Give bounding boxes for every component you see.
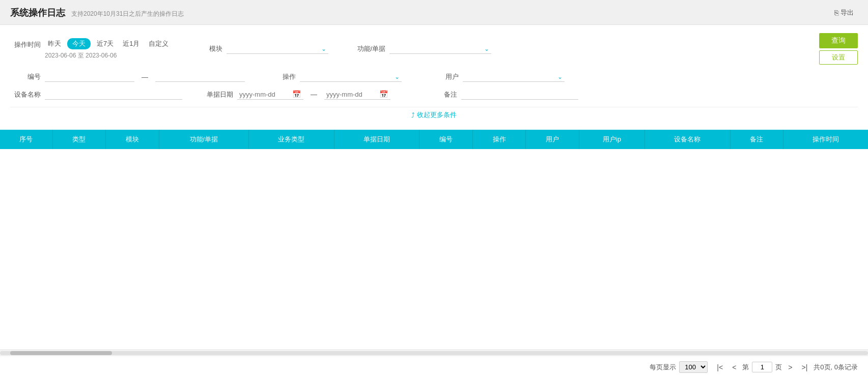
user-dropdown-icon: ⌄ — [557, 73, 563, 80]
query-button[interactable]: 查询 — [819, 33, 858, 48]
col-user-ip: 用户ip — [579, 130, 645, 149]
first-page-button[interactable]: |< — [714, 362, 726, 372]
per-page-select[interactable]: 100 50 200 — [679, 361, 708, 373]
next-page-button[interactable]: > — [785, 362, 795, 372]
time-btn-7days[interactable]: 近7天 — [94, 38, 117, 49]
number-from-input[interactable] — [45, 72, 134, 82]
operation-select[interactable]: ⌄ — [300, 72, 402, 82]
table-empty — [0, 149, 868, 342]
func-dropdown-icon: ⌄ — [484, 45, 489, 52]
operation-dropdown-icon: ⌄ — [395, 73, 400, 80]
col-remark: 备注 — [730, 130, 783, 149]
scrollbar-thumb[interactable] — [10, 351, 112, 355]
col-module: 模块 — [106, 130, 159, 149]
col-device: 设备名称 — [645, 130, 730, 149]
col-voucher-date: 单据日期 — [334, 130, 419, 149]
time-btn-yesterday[interactable]: 昨天 — [45, 38, 64, 49]
date-to-wrapper: 📅 — [324, 89, 390, 100]
prev-page-button[interactable]: < — [729, 362, 739, 372]
voucher-date-label: 单据日期 — [203, 90, 233, 99]
col-func: 功能/单据 — [159, 130, 248, 149]
col-biz-type: 业务类型 — [249, 130, 334, 149]
func-label: 功能/单据 — [355, 44, 385, 53]
col-operation: 操作 — [472, 130, 525, 149]
func-select[interactable]: ⌄ — [389, 44, 491, 54]
col-type: 类型 — [52, 130, 105, 149]
calendar-from-icon[interactable]: 📅 — [292, 90, 301, 98]
operation-label: 操作 — [265, 72, 296, 81]
collapse-chevron-icon: ⤴ — [411, 111, 415, 119]
data-table: 序号 类型 模块 功能/单据 业务类型 单据日期 编号 操作 用户 用户ip 设… — [0, 130, 868, 149]
col-number: 编号 — [419, 130, 472, 149]
per-page-label: 每页显示 — [650, 363, 676, 372]
module-select[interactable]: ⌄ — [227, 44, 328, 54]
user-label: 用户 — [428, 72, 459, 81]
device-label: 设备名称 — [10, 90, 41, 99]
number-to-input[interactable] — [155, 72, 245, 82]
module-label: 模块 — [192, 44, 222, 53]
col-seq: 序号 — [0, 130, 52, 149]
export-icon: ⎘ — [834, 9, 838, 17]
export-label: 导出 — [841, 8, 854, 17]
collapse-label: 收起更多条件 — [417, 110, 457, 120]
collapse-button[interactable]: ⤴ 收起更多条件 — [411, 110, 457, 120]
number-dash: — — [142, 73, 148, 81]
module-dropdown-icon: ⌄ — [321, 45, 326, 52]
date-from-wrapper: 📅 — [237, 89, 303, 100]
time-range: 2023-06-06 至 2023-06-06 — [45, 51, 172, 60]
page-suffix: 页 — [775, 363, 782, 372]
page-title: 系统操作日志 — [10, 7, 65, 19]
date-dash: — — [311, 91, 317, 98]
pagination-total: 共0页, 0条记录 — [814, 363, 858, 372]
device-input[interactable] — [45, 90, 182, 100]
time-filter-label: 操作时间 — [10, 38, 41, 49]
calendar-to-icon[interactable]: 📅 — [379, 90, 388, 98]
date-from-input[interactable] — [239, 91, 290, 98]
table-wrapper: 序号 类型 模块 功能/单据 业务类型 单据日期 编号 操作 用户 用户ip 设… — [0, 130, 868, 350]
filter-area: 操作时间 昨天 今天 近7天 近1月 自定义 2023-06-06 至 2023… — [0, 24, 868, 130]
time-btn-today[interactable]: 今天 — [67, 38, 91, 49]
page-label: 第 — [742, 363, 749, 372]
time-btn-1month[interactable]: 近1月 — [120, 38, 143, 49]
remark-input[interactable] — [461, 90, 578, 100]
pagination: 每页显示 100 50 200 |< < 第 页 > >| 共0页, 0条记录 — [0, 356, 868, 378]
col-op-time: 操作时间 — [783, 130, 868, 149]
col-user: 用户 — [526, 130, 579, 149]
remark-label: 备注 — [427, 90, 457, 99]
page-input[interactable] — [752, 362, 772, 372]
last-page-button[interactable]: >| — [799, 362, 811, 372]
number-label: 编号 — [10, 72, 41, 81]
user-select[interactable]: ⌄ — [463, 72, 565, 82]
date-to-input[interactable] — [326, 91, 377, 98]
action-buttons: 查询 设置 — [819, 33, 858, 65]
page-subtitle: 支持2020年10月31日之后产生的操作日志 — [71, 10, 184, 18]
export-button[interactable]: ⎘ 导出 — [830, 6, 858, 19]
horizontal-scrollbar[interactable] — [0, 350, 868, 356]
time-btn-custom[interactable]: 自定义 — [146, 38, 172, 49]
settings-button[interactable]: 设置 — [819, 50, 858, 65]
